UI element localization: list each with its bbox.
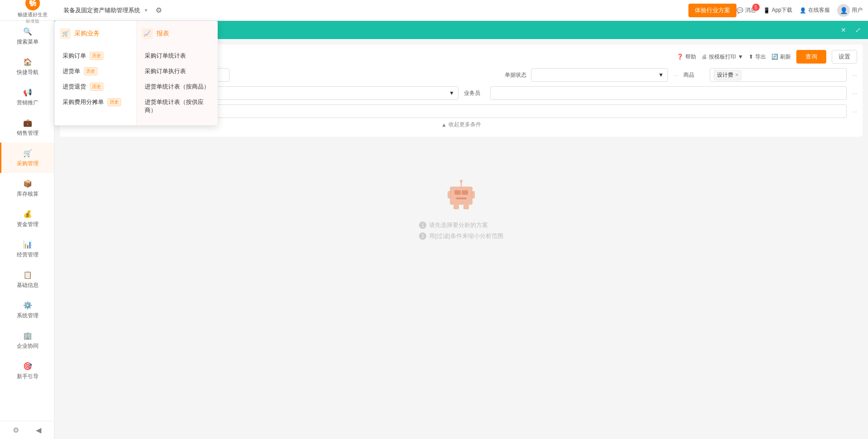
doc-status-dots[interactable]: ··· [673, 72, 678, 79]
goods-return-history: 历史 [90, 83, 103, 91]
refresh-btn[interactable]: 🔄 刷新 [771, 53, 791, 61]
print-btn[interactable]: 🖨 按模板打印 ▼ [702, 53, 743, 61]
industry-btn[interactable]: 体验行业方案 [688, 4, 736, 17]
goods-dots[interactable]: ··· [852, 72, 857, 79]
system-icon: ⚙️ [23, 300, 33, 310]
svg-rect-4 [448, 191, 451, 198]
top-header: 畅 畅捷通好生意 标准版 装备及固定资产辅助管理系统 ▼ ⚙ 体验行业方案 💬 … [0, 0, 868, 21]
sidebar-label-quick-nav: 快捷导航 [17, 69, 39, 76]
doc-status-chevron: ▼ [658, 72, 664, 78]
goods-tag-close[interactable]: × [735, 72, 738, 78]
empty-illustration [439, 178, 484, 214]
customer-dots[interactable]: ··· [852, 108, 857, 115]
messages-badge: 5 [752, 4, 760, 11]
guide-icon: 🎯 [23, 361, 33, 371]
order-exec-label: 采购订单执行表 [145, 67, 186, 75]
sidebar-label-finance: 资金管理 [17, 221, 39, 228]
dropdown-item-receipt-stats-goods[interactable]: 进货单统计表（按商品） [142, 79, 213, 94]
sidebar-label-marketing: 营销推广 [17, 99, 39, 107]
goods-tag-text: 设计费 [717, 71, 733, 79]
app-download-label: App下载 [772, 6, 792, 14]
receipt-stats-supplier-label: 进货单统计表（按供应商） [145, 98, 210, 114]
print-label: 按模板打印 [709, 53, 736, 61]
sidebar-item-sales[interactable]: 💼 销售管理 [0, 112, 54, 143]
sidebar-item-purchase[interactable]: 🛒 采购管理 [0, 143, 54, 173]
dropdown-item-order-exec[interactable]: 采购订单执行表 [142, 64, 213, 79]
dropdown-item-goods-receipt[interactable]: 进货单 历史 [60, 64, 131, 79]
search-icon: 🔍 [23, 26, 33, 36]
svg-rect-3 [456, 197, 467, 199]
export-label: 导出 [755, 53, 766, 61]
sidebar-label-enterprise: 企业协同 [17, 342, 39, 350]
message-icon: 💬 [736, 7, 743, 14]
inventory-icon: 📦 [23, 178, 33, 188]
sidebar-item-search[interactable]: 🔍 搜索菜单 [0, 21, 54, 51]
tab-close-btn[interactable]: ✕ [837, 25, 850, 35]
user-label: 用户 [852, 6, 863, 14]
app-download-btn[interactable]: 📱 App下载 [763, 6, 792, 14]
dropdown-col-reports: 📈 报表 采购订单统计表 采购订单执行表 进货单统计表（按商品） 进货单统计表（… [136, 21, 218, 125]
sidebar-settings-icon[interactable]: ⚙ [13, 426, 19, 434]
messages-btn[interactable]: 💬 消息 5 [736, 6, 756, 14]
purchase-order-history: 历史 [90, 52, 103, 60]
dropdown-col1-title: 采购业务 [74, 30, 100, 38]
dropdown-col1-header: 🛒 采购业务 [60, 28, 131, 43]
empty-text: 1 请先选择要分析的方案 2 用[过滤]条件来缩小分析范围 [419, 221, 503, 243]
sidebar-item-system[interactable]: ⚙️ 系统管理 [0, 295, 54, 325]
sidebar-item-enterprise[interactable]: 🏢 企业协同 [0, 325, 54, 355]
sidebar-collapse-icon[interactable]: ◀ [36, 426, 41, 434]
doc-status-select[interactable]: ▼ [531, 68, 668, 82]
sidebar-item-basic[interactable]: 📋 基础信息 [0, 264, 54, 295]
print-dropdown-icon: ▼ [738, 54, 743, 60]
online-service-btn[interactable]: 👤 在线客服 [800, 6, 830, 14]
purchase-order-label: 采购订单 [63, 52, 86, 60]
sidebar-item-quick-nav[interactable]: 🏠 快捷导航 [0, 51, 54, 82]
dropdown-item-receipt-stats-supplier[interactable]: 进货单统计表（按供应商） [142, 94, 213, 118]
operation-icon: 📊 [23, 239, 33, 249]
purchase-col-icon: 🛒 [60, 28, 71, 39]
help-label: 帮助 [685, 53, 696, 61]
dropdown-item-goods-return[interactable]: 进货退货 历史 [60, 79, 131, 94]
sidebar-item-operation[interactable]: 📊 经营管理 [0, 234, 54, 264]
hint1-number: 1 [419, 222, 426, 229]
system-dropdown-icon[interactable]: ▼ [144, 8, 148, 13]
help-btn[interactable]: ❓ 帮助 [677, 53, 696, 61]
finance-icon: 💰 [23, 209, 33, 219]
query-btn[interactable]: 查询 [796, 50, 826, 64]
logo-area: 畅 畅捷通好生意 标准版 [5, 0, 60, 25]
sidebar-label-search: 搜索菜单 [17, 38, 39, 46]
purchase-expense-label: 采购费用分摊单 [63, 98, 104, 106]
goods-select[interactable]: 设计费 × [710, 68, 847, 82]
settings-btn[interactable]: 设置 [832, 50, 857, 64]
tab-resize-btn[interactable]: ⤢ [852, 25, 864, 35]
sidebar: 🔍 搜索菜单 🏠 快捷导航 📢 营销推广 💼 销售管理 🛒 采购管理 📦 库存核… [0, 21, 54, 439]
sidebar-label-guide: 新手引导 [17, 373, 39, 380]
basic-icon: 📋 [23, 270, 33, 280]
sidebar-item-marketing[interactable]: 📢 营销推广 [0, 82, 54, 112]
svg-rect-2 [462, 190, 468, 195]
sidebar-item-inventory[interactable]: 📦 库存核算 [0, 173, 54, 203]
marketing-icon: 📢 [23, 87, 33, 97]
sidebar-label-system: 系统管理 [17, 312, 39, 320]
dropdown-item-purchase-order[interactable]: 采购订单 历史 [60, 48, 131, 64]
system-settings-icon[interactable]: ⚙ [156, 6, 162, 15]
order-stats-label: 采购订单统计表 [145, 52, 186, 60]
sidebar-item-guide[interactable]: 🎯 新手引导 [0, 355, 54, 386]
sidebar-item-finance[interactable]: 💰 资金管理 [0, 203, 54, 234]
purchase-dropdown-menu: 🛒 采购业务 采购订单 历史 进货单 历史 进货退货 历史 采购费用分摊单 历史… [54, 21, 218, 125]
purchase-icon: 🛒 [23, 148, 33, 158]
collapse-up-icon: ▲ [441, 122, 447, 128]
sidebar-label-basic: 基础信息 [17, 281, 39, 289]
export-btn[interactable]: ⬆ 导出 [749, 53, 766, 61]
svg-point-9 [460, 180, 463, 183]
dropdown-item-order-stats[interactable]: 采购订单统计表 [142, 48, 213, 64]
refresh-label: 刷新 [780, 53, 791, 61]
salesperson-select[interactable] [490, 86, 847, 100]
filter-salesperson: 业务员 ··· [464, 86, 857, 100]
system-name-text: 装备及固定资产辅助管理系统 [63, 6, 140, 15]
online-service-label: 在线客服 [808, 6, 830, 14]
phone-icon: 📱 [763, 7, 770, 14]
user-btn[interactable]: 👤 用户 [837, 4, 863, 17]
dropdown-item-purchase-expense[interactable]: 采购费用分摊单 历史 [60, 94, 131, 110]
salesperson-dots[interactable]: ··· [852, 90, 857, 97]
